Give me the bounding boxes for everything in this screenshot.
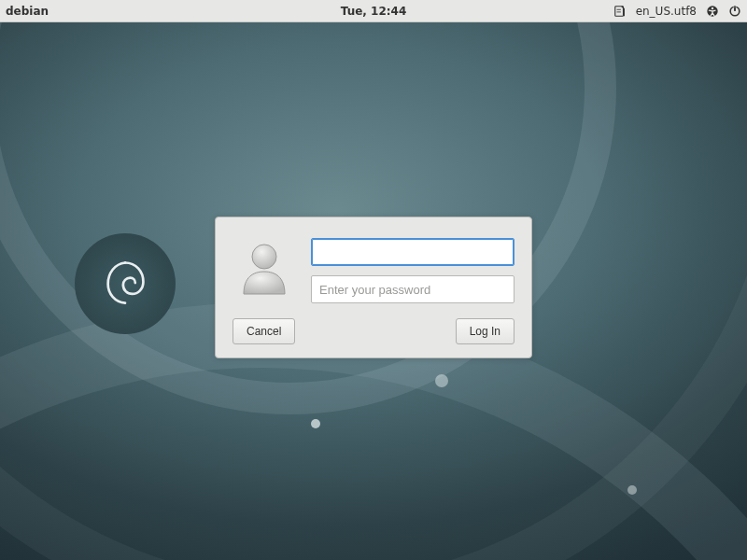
wallpaper-decor bbox=[311, 419, 320, 428]
clock-label[interactable]: Tue, 12:44 bbox=[341, 5, 406, 18]
top-panel: debian Tue, 12:44 en_US.utf8 bbox=[0, 0, 747, 22]
locale-label[interactable]: en_US.utf8 bbox=[636, 5, 697, 18]
os-logo-badge bbox=[75, 233, 176, 334]
login-fields bbox=[311, 236, 514, 303]
panel-right-group: en_US.utf8 bbox=[613, 5, 741, 18]
svg-point-9 bbox=[252, 245, 276, 269]
accessibility-icon[interactable] bbox=[706, 5, 719, 18]
login-button-row: Cancel Log In bbox=[233, 318, 514, 344]
svg-rect-0 bbox=[614, 6, 623, 16]
wallpaper-decor bbox=[627, 485, 637, 495]
os-name-label: debian bbox=[6, 5, 49, 18]
svg-point-4 bbox=[712, 7, 713, 8]
login-dialog: Cancel Log In bbox=[215, 217, 532, 358]
password-input[interactable] bbox=[311, 275, 514, 303]
desktop-wallpaper: Cancel Log In bbox=[0, 22, 747, 560]
debian-swirl-icon bbox=[100, 257, 150, 311]
wallpaper-decor bbox=[435, 374, 448, 387]
cancel-button[interactable]: Cancel bbox=[233, 318, 295, 344]
username-input[interactable] bbox=[311, 238, 514, 266]
keyboard-layout-icon[interactable] bbox=[613, 5, 627, 18]
login-button[interactable]: Log In bbox=[456, 318, 514, 344]
power-icon[interactable] bbox=[728, 5, 741, 18]
login-top-row bbox=[233, 236, 514, 303]
user-avatar-icon bbox=[233, 236, 296, 300]
